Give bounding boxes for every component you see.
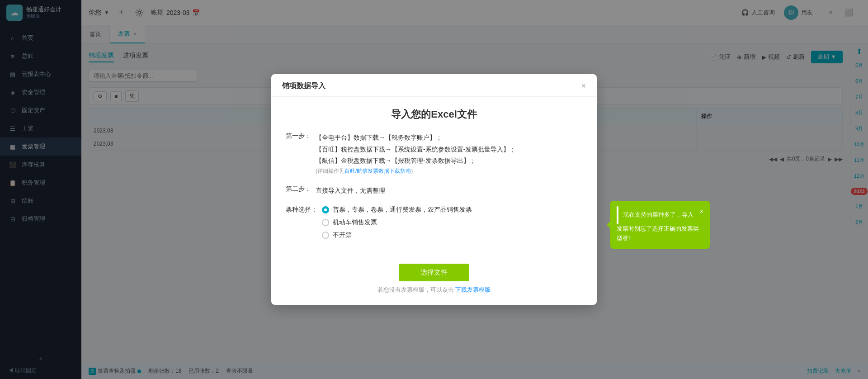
- step1-label: 第一步：: [286, 132, 311, 176]
- tooltip-text: 现在支持的票种多了，导入发票时别忘了选择正确的发票类型呀!: [617, 212, 699, 242]
- dialog-title: 销项数据导入: [282, 81, 326, 91]
- step2-row: 第二步： 直接导入文件，无需整理: [286, 185, 582, 196]
- dialog-close-button[interactable]: ×: [581, 81, 586, 91]
- ticket-select-label: 票种选择：: [286, 206, 317, 214]
- radio-circle-normal: [322, 206, 329, 213]
- download-hint: 若您没有发票模版，可以点击 下载发票模版: [377, 286, 491, 294]
- dialog-body: 导入您的Excel文件 第一步： 【全电平台】数据下载→【税务数字账户】； 【百…: [271, 97, 597, 256]
- radio-normal-ticket[interactable]: 普票，专票，卷票，通行费发票，农产品销售发票: [322, 206, 472, 214]
- radio-no-ticket[interactable]: 不开票: [322, 231, 472, 239]
- tooltip-close-btn[interactable]: ×: [700, 206, 703, 216]
- step2-label: 第二步：: [286, 185, 311, 196]
- ticket-select-section: 票种选择： 普票，专票，卷票，通行费发票，农产品销售发票 机动车销售发票: [286, 206, 582, 239]
- dialog-header: 销项数据导入 ×: [271, 74, 597, 97]
- dialog-main-title: 导入您的Excel文件: [286, 108, 582, 121]
- dialog-overlay: 销项数据导入 × 导入您的Excel文件 第一步： 【全电平台】数据下载→【税务…: [0, 0, 868, 379]
- select-file-button[interactable]: 选择文件: [399, 264, 469, 281]
- step1-hint: (详细操作见百旺/航信发票数据下载指南): [316, 166, 516, 176]
- step1-content: 【全电平台】数据下载→【税务数字账户】； 【百旺】税控盘数据下载→【系统设置-系…: [316, 132, 516, 176]
- guide-link[interactable]: 百旺/航信发票数据下载指南: [344, 168, 411, 174]
- step2-content: 直接导入文件，无需整理: [316, 185, 385, 196]
- import-dialog: 销项数据导入 × 导入您的Excel文件 第一步： 【全电平台】数据下载→【税务…: [271, 74, 597, 304]
- radio-circle-no: [322, 232, 329, 239]
- step1-row: 第一步： 【全电平台】数据下载→【税务数字账户】； 【百旺】税控盘数据下载→【系…: [286, 132, 582, 176]
- ticket-tooltip: × 现在支持的票种多了，导入发票时别忘了选择正确的发票类型呀!: [610, 201, 710, 249]
- download-template-link[interactable]: 下载发票模版: [455, 286, 491, 293]
- dialog-footer: 选择文件 若您没有发票模版，可以点击 下载发票模版: [271, 256, 597, 305]
- radio-motor-ticket[interactable]: 机动车销售发票: [322, 218, 472, 227]
- radio-circle-motor: [322, 219, 329, 226]
- tooltip-bar: [617, 206, 618, 224]
- ticket-radio-group: 普票，专票，卷票，通行费发票，农产品销售发票 机动车销售发票 不开票: [322, 206, 472, 239]
